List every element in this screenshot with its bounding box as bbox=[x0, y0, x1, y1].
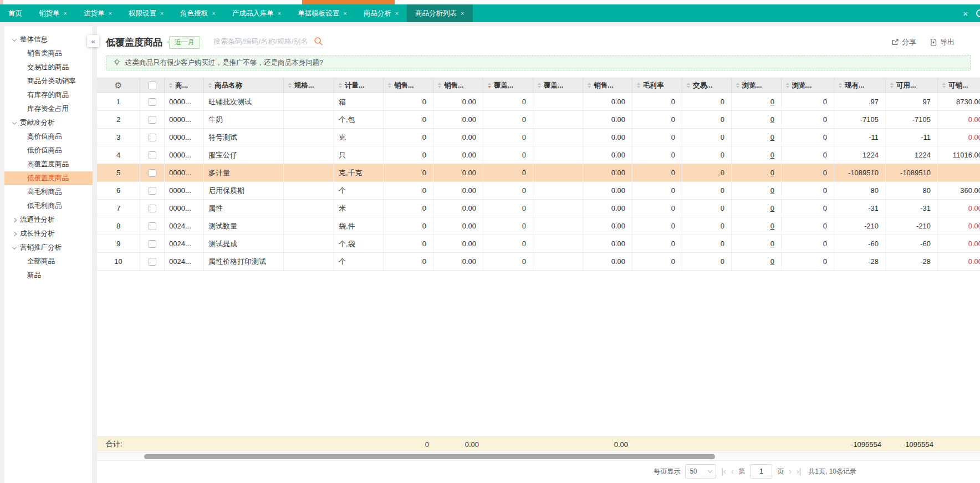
column-header-sale_amt[interactable]: 销售... bbox=[433, 78, 483, 93]
sort-icon[interactable] bbox=[687, 83, 690, 88]
sidebar-group-header[interactable]: 流通性分析 bbox=[4, 213, 93, 227]
row-checkbox[interactable] bbox=[149, 205, 156, 212]
sort-icon[interactable] bbox=[438, 83, 441, 88]
sort-icon[interactable] bbox=[942, 83, 946, 88]
column-header-sellable[interactable]: 可销... bbox=[938, 78, 980, 93]
sort-icon[interactable] bbox=[839, 83, 842, 88]
column-header-views1[interactable]: 浏览... bbox=[732, 78, 782, 93]
nav-tab[interactable]: 权限设置× bbox=[120, 4, 172, 22]
nav-tab[interactable]: 商品分析× bbox=[355, 4, 407, 22]
sort-icon[interactable] bbox=[637, 83, 640, 88]
nav-tab[interactable]: 商品分析列表× bbox=[407, 4, 472, 22]
cell-check[interactable] bbox=[140, 111, 165, 129]
search-input[interactable] bbox=[213, 37, 314, 45]
row-checkbox[interactable] bbox=[149, 169, 156, 177]
column-header-available[interactable]: 可用... bbox=[886, 78, 938, 93]
cell-check[interactable] bbox=[140, 164, 165, 182]
row-checkbox[interactable] bbox=[149, 222, 156, 230]
sort-icon[interactable] bbox=[388, 83, 391, 88]
views-link[interactable]: 0 bbox=[770, 133, 774, 141]
sidebar-item[interactable]: 交易过的商品 bbox=[4, 60, 93, 74]
column-header-sale_qty[interactable]: 销售... bbox=[384, 78, 433, 93]
tab-close-icon[interactable]: × bbox=[64, 10, 67, 17]
sort-icon[interactable] bbox=[736, 83, 739, 88]
views-link[interactable]: 0 bbox=[770, 204, 774, 212]
tab-close-icon[interactable]: × bbox=[160, 10, 164, 17]
sort-icon[interactable] bbox=[538, 83, 541, 88]
sort-icon[interactable] bbox=[208, 83, 212, 88]
table-row[interactable]: 40000...服宝公仔只00.0000.0000001224122411016… bbox=[97, 146, 980, 164]
nav-close-icon[interactable]: × bbox=[963, 4, 968, 22]
column-header-views2[interactable]: 浏览... bbox=[782, 78, 834, 93]
cell-check[interactable] bbox=[140, 182, 165, 200]
sort-icon[interactable] bbox=[890, 83, 894, 88]
sort-icon[interactable] bbox=[288, 83, 292, 88]
sidebar-item[interactable]: 销售类商品 bbox=[4, 47, 93, 60]
sidebar-item[interactable]: 全部商品 bbox=[4, 255, 93, 268]
next-page-button[interactable]: › bbox=[789, 467, 792, 476]
period-tag[interactable]: 近一月 bbox=[169, 36, 200, 49]
last-page-button[interactable]: ›| bbox=[797, 467, 801, 476]
table-row[interactable]: 100024...属性价格打印测试个00.0000.000000-28-280.… bbox=[97, 253, 980, 271]
prev-page-button[interactable]: ‹ bbox=[731, 467, 734, 476]
sidebar-group-header[interactable]: 整体信息 bbox=[4, 33, 93, 47]
cell-check[interactable] bbox=[140, 93, 165, 111]
cell-check[interactable] bbox=[140, 146, 165, 164]
sidebar-item[interactable]: 低价值商品 bbox=[4, 144, 93, 157]
sidebar-item[interactable]: 有库存的商品 bbox=[4, 88, 93, 102]
sidebar-group-header[interactable]: 营销推广分析 bbox=[4, 241, 93, 255]
views-link[interactable]: 0 bbox=[770, 186, 774, 195]
tab-close-icon[interactable]: × bbox=[395, 10, 399, 17]
table-row[interactable]: 30000...符号测试克00.0000.000000-11-110.00 bbox=[97, 129, 980, 146]
row-checkbox[interactable] bbox=[149, 258, 156, 266]
cell-check[interactable] bbox=[140, 253, 165, 271]
first-page-button[interactable]: |‹ bbox=[721, 467, 726, 476]
per-page-select[interactable]: 50 bbox=[685, 464, 716, 479]
nav-tab[interactable]: 进货单× bbox=[75, 4, 120, 22]
export-button[interactable]: 导出 bbox=[930, 37, 955, 47]
table-row[interactable]: 80024...测试数量袋,件00.0000.000000-210-2100.0… bbox=[97, 217, 980, 235]
table-row[interactable]: 50000...多计量克,千克00.0000.000000-1089510-10… bbox=[97, 164, 980, 182]
tab-close-icon[interactable]: × bbox=[212, 10, 215, 17]
sort-icon[interactable] bbox=[786, 83, 789, 88]
sort-icon[interactable] bbox=[339, 83, 342, 88]
tab-close-icon[interactable]: × bbox=[108, 10, 111, 17]
row-checkbox[interactable] bbox=[149, 151, 156, 159]
sidebar-item[interactable]: 商品分类动销率 bbox=[4, 74, 93, 88]
sidebar-item[interactable]: 低覆盖度商品 bbox=[4, 171, 93, 185]
views-link[interactable]: 0 bbox=[770, 151, 774, 159]
row-checkbox[interactable] bbox=[149, 187, 156, 195]
column-header-on_hand[interactable]: 现有... bbox=[834, 78, 886, 93]
table-row[interactable]: 10000...旺铺批次测试箱00.0000.00000097978730.00 bbox=[97, 93, 980, 111]
nav-tab[interactable]: 角色授权× bbox=[172, 4, 223, 22]
column-header-gross[interactable]: 毛利率 bbox=[632, 78, 682, 93]
views-link[interactable]: 0 bbox=[770, 169, 774, 177]
cell-check[interactable] bbox=[140, 129, 165, 146]
column-header-trade[interactable]: 交易... bbox=[682, 78, 732, 93]
sidebar-item[interactable]: 高覆盖度商品 bbox=[4, 157, 93, 171]
sidebar-item[interactable]: 库存资金占用 bbox=[4, 102, 93, 116]
column-header-check[interactable] bbox=[140, 78, 165, 93]
nav-tab[interactable]: 首页 bbox=[0, 4, 30, 22]
tab-close-icon[interactable]: × bbox=[461, 10, 464, 17]
column-header-gear[interactable]: ⚙ bbox=[97, 78, 140, 93]
sort-icon[interactable] bbox=[169, 83, 172, 88]
sort-icon[interactable] bbox=[488, 83, 491, 88]
sidebar-group-header[interactable]: 成长性分析 bbox=[4, 227, 93, 241]
nav-tab[interactable]: 销货单× bbox=[30, 4, 75, 22]
column-header-cover1[interactable]: 覆盖... bbox=[483, 78, 533, 93]
table-row[interactable]: 70000...属性米00.0000.000000-31-310.00 bbox=[97, 200, 980, 217]
search-icon[interactable] bbox=[314, 37, 323, 46]
views-link[interactable]: 0 bbox=[770, 98, 774, 106]
column-header-spec[interactable]: 规格... bbox=[284, 78, 334, 93]
sidebar-item[interactable]: 新品 bbox=[4, 268, 93, 282]
sidebar-group-header[interactable]: 贡献度分析 bbox=[4, 116, 93, 130]
table-row[interactable]: 20000...牛奶个,包00.0000.000000-7105-71050.0… bbox=[97, 111, 980, 129]
column-header-code[interactable]: 商... bbox=[165, 78, 204, 93]
sidebar-collapse-button[interactable]: « bbox=[87, 35, 99, 47]
share-button[interactable]: 分享 bbox=[891, 37, 916, 47]
sort-icon[interactable] bbox=[588, 83, 591, 88]
row-checkbox[interactable] bbox=[149, 134, 156, 141]
row-checkbox[interactable] bbox=[149, 116, 156, 124]
table-row[interactable]: 60000...启用保质期个00.0000.0000008080360.00 bbox=[97, 182, 980, 200]
